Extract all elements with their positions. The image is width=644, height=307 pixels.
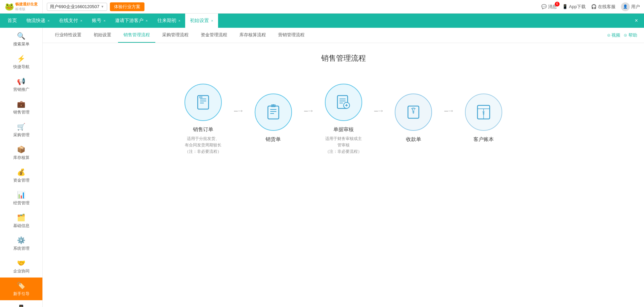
sidebar-label-marketing: 营销推广 bbox=[13, 87, 30, 93]
user-avatar-btn[interactable]: 👤 用户 bbox=[621, 2, 640, 11]
sidebar-label-inventory: 库存核算 bbox=[13, 155, 30, 161]
close-icon[interactable]: × bbox=[47, 19, 50, 23]
subtab-industry[interactable]: 行业特性设置 bbox=[50, 28, 87, 43]
basic-icon: 🗂️ bbox=[17, 213, 25, 222]
sidebar-label-basic: 基础信息 bbox=[13, 223, 30, 229]
nav-payment-label: 在线支付 bbox=[59, 18, 78, 24]
sidebar-label-purchase: 采购管理 bbox=[13, 132, 30, 138]
sidebar-item-basic[interactable]: 🗂️ 基础信息 bbox=[0, 209, 42, 232]
sidebar-item-search[interactable]: 🔍 搜索菜单 bbox=[0, 28, 42, 50]
flow-arrow-1: - -→ bbox=[234, 106, 243, 115]
purchase-icon: 🛒 bbox=[17, 123, 25, 131]
system-icon: ⚙️ bbox=[17, 236, 25, 244]
flow-label-delivery: 销货单 bbox=[266, 136, 281, 143]
sidebar-label-search: 搜索菜单 bbox=[13, 41, 30, 47]
sidebar-item-enterprise[interactable]: 🤝 企业协同 bbox=[0, 255, 42, 278]
sidebar-item-quicknav[interactable]: ⚡ 快捷导航 bbox=[0, 50, 42, 73]
flow-desc-audit: 适用于财务审核或主管审核（注：非必要流程） bbox=[325, 136, 362, 155]
nav-item-init-settings[interactable]: 初始设置 × bbox=[185, 14, 218, 28]
sidebar-item-guide[interactable]: 🏷️ 新手引导 bbox=[0, 278, 42, 300]
message-btn[interactable]: 💬 消息 6 bbox=[541, 4, 557, 10]
flow-arrow-2: - -→ bbox=[304, 106, 313, 115]
delivery-icon bbox=[265, 103, 282, 121]
user-name-label: 用户 bbox=[631, 4, 640, 10]
subtab-marketing-flow[interactable]: 营销管理流程 bbox=[273, 28, 310, 43]
guide-icon: 🏷️ bbox=[17, 282, 25, 290]
app-download-label: App下载 bbox=[569, 4, 586, 10]
svg-rect-5 bbox=[268, 106, 279, 119]
flow-step-receipt: ¥ 收款单 bbox=[386, 94, 441, 145]
logo-icon: 🐸 bbox=[5, 2, 14, 11]
subtab-purchase-flow[interactable]: 采购管理流程 bbox=[157, 28, 194, 43]
subtab-sales-flow[interactable]: 销售管理流程 bbox=[118, 28, 155, 43]
close-icon[interactable]: × bbox=[211, 19, 213, 23]
sidebar-item-finance[interactable]: 💰 资金管理 bbox=[0, 164, 42, 187]
subtab-finance-flow[interactable]: 资金管理流程 bbox=[195, 28, 233, 43]
main-content: 行业特性设置 初始设置 销售管理流程 采购管理流程 资金管理流程 库存核算流程 … bbox=[43, 28, 644, 307]
sub-tabs-bar: 行业特性设置 初始设置 销售管理流程 采购管理流程 资金管理流程 库存核算流程 … bbox=[43, 28, 644, 43]
message-badge: 6 bbox=[555, 2, 560, 6]
sales-order-icon bbox=[194, 94, 212, 111]
receipt-icon: ¥ bbox=[405, 103, 422, 121]
sidebar-item-marketing[interactable]: 📢 营销推广 bbox=[0, 73, 42, 96]
audit-icon bbox=[335, 94, 352, 111]
search-icon: 🔍 bbox=[17, 32, 25, 40]
sidebar-item-system[interactable]: ⚙️ 系统管理 bbox=[0, 232, 42, 255]
enterprise-icon: 🤝 bbox=[17, 259, 25, 267]
sidebar-item-appstore[interactable]: 📱 应用中心 bbox=[0, 300, 42, 307]
quicknav-icon: ⚡ bbox=[17, 55, 25, 63]
svg-text:¥: ¥ bbox=[482, 110, 485, 116]
help-link[interactable]: ⊙ 帮助 bbox=[624, 32, 637, 38]
flow-step-delivery: 销货单 bbox=[246, 94, 300, 145]
sidebar-item-inventory[interactable]: 📦 库存核算 bbox=[0, 141, 42, 164]
message-icon: 💬 bbox=[541, 4, 547, 9]
flow-arrow-3: - -→ bbox=[374, 106, 383, 115]
nav-item-invite[interactable]: 邀请下游客户 × bbox=[110, 14, 152, 28]
online-service-btn[interactable]: 🎧 在线客服 bbox=[591, 4, 616, 10]
flow-label-sales-order: 销售订单 bbox=[193, 126, 213, 133]
nav-account-label: 账号 bbox=[92, 18, 101, 24]
inventory-icon: 📦 bbox=[17, 145, 25, 154]
sidebar-label-ops: 经营管理 bbox=[13, 200, 30, 206]
flow-diagram: 销售订单 适用于分批发货、有合同发货周期较长（注：非必要流程） - -→ bbox=[50, 84, 637, 155]
flow-label-receipt: 收款单 bbox=[406, 136, 421, 143]
nav-item-account[interactable]: 账号 × bbox=[87, 14, 110, 28]
nav-invite-label: 邀请下游客户 bbox=[115, 18, 143, 24]
close-icon[interactable]: × bbox=[103, 19, 105, 23]
nav-close-all-btn[interactable]: × bbox=[631, 18, 641, 24]
video-link[interactable]: ⊙ 视频 bbox=[607, 32, 621, 38]
close-icon[interactable]: × bbox=[80, 19, 82, 23]
logo-text-line2: 标准版 bbox=[15, 7, 38, 12]
experience-btn[interactable]: 体验行业方案 bbox=[110, 2, 144, 11]
page-body: 销售管理流程 销售订单 适用于分批发货、有合同 bbox=[43, 43, 644, 165]
subtab-init[interactable]: 初始设置 bbox=[88, 28, 117, 43]
close-icon[interactable]: × bbox=[178, 19, 180, 23]
ledger-icon: ¥ bbox=[475, 103, 492, 121]
nav-period-label: 往来期初 bbox=[157, 18, 176, 24]
nav-logistics-label: 物流快递 bbox=[26, 18, 45, 24]
logo-text-line1: 畅捷通好生意 bbox=[15, 2, 38, 7]
nav-item-period[interactable]: 往来期初 × bbox=[153, 14, 185, 28]
nav-item-payment[interactable]: 在线支付 × bbox=[54, 14, 87, 28]
nav-init-settings-label: 初始设置 bbox=[190, 18, 209, 24]
subtab-inventory-flow[interactable]: 库存核算流程 bbox=[234, 28, 271, 43]
chevron-down-icon: ▼ bbox=[101, 5, 104, 8]
sidebar-item-ops[interactable]: 📊 经营管理 bbox=[0, 187, 42, 209]
sidebar-label-quicknav: 快捷导航 bbox=[13, 64, 30, 70]
headset-icon: 🎧 bbox=[591, 4, 597, 9]
sidebar: 🔍 搜索菜单 ⚡ 快捷导航 📢 营销推广 💼 销售管理 🛒 采购管理 📦 库存核… bbox=[0, 28, 43, 307]
nav-item-home[interactable]: 首页 bbox=[3, 14, 22, 28]
avatar: 👤 bbox=[621, 2, 630, 11]
svg-rect-4 bbox=[199, 96, 202, 98]
finance-icon: 💰 bbox=[17, 168, 25, 176]
flow-label-audit: 单据审核 bbox=[333, 126, 354, 133]
sidebar-item-sales[interactable]: 💼 销售管理 bbox=[0, 96, 42, 119]
svg-text:¥: ¥ bbox=[412, 108, 415, 115]
nav-item-logistics[interactable]: 物流快递 × bbox=[22, 14, 54, 28]
flow-arrow-4: - -→ bbox=[444, 106, 453, 115]
app-download-btn[interactable]: 📱 App下载 bbox=[562, 4, 586, 10]
sidebar-label-system: 系统管理 bbox=[13, 246, 30, 251]
sidebar-item-purchase[interactable]: 🛒 采购管理 bbox=[0, 119, 42, 141]
user-selector[interactable]: 用户690企业1660120507 ▼ bbox=[47, 3, 107, 11]
close-icon[interactable]: × bbox=[145, 19, 148, 23]
